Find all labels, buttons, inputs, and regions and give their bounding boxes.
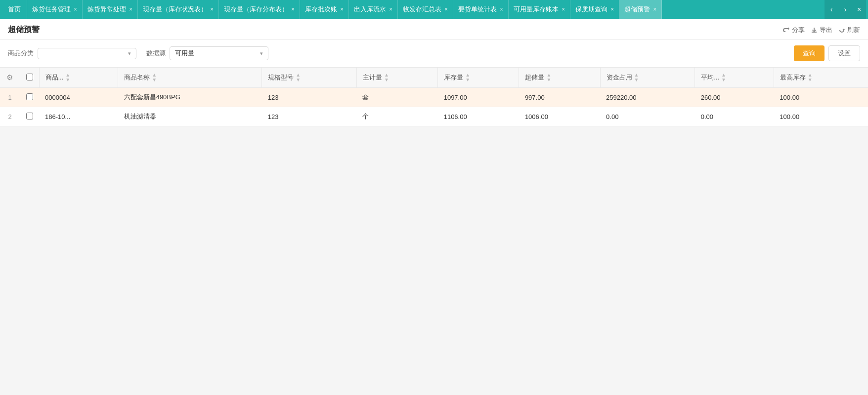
nav-tab-kucun-pici[interactable]: 库存批次账 × [300, 0, 349, 19]
th-overstock[interactable]: 超储量 ▲▼ [519, 68, 600, 88]
main-content: ⚙ 商品... ▲▼ 商品名称 ▲▼ [0, 68, 868, 126]
product-unit: 个 [356, 107, 437, 126]
th-unit[interactable]: 主计量 ▲▼ [356, 68, 437, 88]
th-product-name[interactable]: 商品名称 ▲▼ [118, 68, 262, 88]
sort-icon: ▲▼ [465, 73, 470, 82]
product-spec: 123 [262, 107, 357, 126]
category-chevron-down-icon: ▾ [128, 50, 131, 57]
th-capital[interactable]: 资金占用 ▲▼ [600, 68, 695, 88]
product-unit: 套 [356, 88, 437, 107]
table-header-row: ⚙ 商品... ▲▼ 商品名称 ▲▼ [0, 68, 868, 88]
sort-icon: ▲▼ [65, 73, 70, 82]
datasource-select[interactable]: 可用量 ▾ [170, 46, 268, 60]
avg-value: 0.00 [695, 107, 774, 126]
overstock-qty: 1006.00 [519, 107, 600, 126]
max-stock: 100.00 [774, 107, 868, 126]
nav-tab-lianghuo-renwu[interactable]: 炼货任务管理 × [27, 0, 83, 19]
row-checkbox-cell[interactable] [20, 107, 39, 126]
nav-tab-xiancunliang-fenbiao[interactable]: 现存量（库存分布表） × [219, 0, 300, 19]
query-button[interactable]: 查询 [794, 45, 825, 61]
close-tab-icon[interactable]: × [653, 6, 656, 13]
th-avg[interactable]: 平均... ▲▼ [695, 68, 774, 88]
product-name: 六配套新昌490BPG [118, 88, 262, 107]
row-checkbox[interactable] [26, 93, 33, 100]
top-navigation: 首页 炼货任务管理 × 炼货异常处理 × 现存量（库存状况表） × 现存量（库存… [0, 0, 868, 19]
sort-icon: ▲▼ [152, 73, 157, 82]
nav-arrows: ‹ › × [825, 0, 866, 19]
close-tab-icon[interactable]: × [340, 6, 344, 13]
header-actions: 分享 导出 刷新 [783, 26, 860, 35]
data-table: ⚙ 商品... ▲▼ 商品名称 ▲▼ [0, 68, 868, 126]
datasource-select-value: 可用量 [175, 49, 194, 58]
sort-icon: ▲▼ [721, 73, 726, 82]
nav-prev-button[interactable]: ‹ [825, 0, 838, 19]
datasource-label: 数据源 [146, 49, 166, 58]
product-spec: 123 [262, 88, 357, 107]
table-body: 1 0000004 六配套新昌490BPG 123 套 1097.00 997.… [0, 88, 868, 126]
nav-home[interactable]: 首页 [2, 0, 27, 19]
select-all-checkbox[interactable] [26, 74, 33, 80]
th-product-code[interactable]: 商品... ▲▼ [39, 68, 118, 88]
th-stock[interactable]: 库存量 ▲▼ [438, 68, 519, 88]
nav-tab-xiancunliang-kuangkuang[interactable]: 现存量（库存状况表） × [138, 0, 219, 19]
gear-icon[interactable]: ⚙ [6, 73, 13, 81]
export-button[interactable]: 导出 [811, 26, 832, 35]
product-code: 186-10... [39, 107, 118, 126]
close-tab-icon[interactable]: × [444, 6, 448, 13]
close-tab-icon[interactable]: × [74, 6, 77, 13]
max-stock: 100.00 [774, 88, 868, 107]
row-checkbox-cell[interactable] [20, 88, 39, 107]
stock-qty: 1106.00 [438, 107, 519, 126]
category-label: 商品分类 [8, 49, 34, 58]
nav-next-button[interactable]: › [838, 0, 852, 19]
share-icon [783, 27, 790, 34]
sort-icon: ▲▼ [808, 73, 813, 82]
close-tab-icon[interactable]: × [562, 6, 565, 13]
refresh-icon [838, 27, 845, 34]
nav-tab-shoufacun-huizong[interactable]: 收发存汇总表 × [398, 0, 453, 19]
category-select[interactable]: ▾ [38, 48, 136, 59]
nav-close-button[interactable]: × [852, 0, 866, 19]
share-button[interactable]: 分享 [783, 26, 805, 35]
close-tab-icon[interactable]: × [500, 6, 503, 13]
filter-area: 商品分类 ▾ 数据源 可用量 ▾ 查询 设置 [0, 40, 868, 68]
nav-tab-yaohuo-tongji[interactable]: 要货单统计表 × [453, 0, 509, 19]
page-header: 超储预警 分享 导出 刷新 [0, 19, 868, 40]
nav-tab-baozhi-chaxun[interactable]: 保质期查询 × [570, 0, 619, 19]
close-tab-icon[interactable]: × [210, 6, 214, 13]
close-tab-icon[interactable]: × [389, 6, 392, 13]
page-title: 超储预警 [8, 25, 40, 35]
datasource-filter-group: 数据源 可用量 ▾ [146, 46, 268, 60]
row-index: 2 [0, 107, 20, 126]
sort-icon: ▲▼ [296, 73, 301, 82]
product-code: 0000004 [39, 88, 118, 107]
close-tab-icon[interactable]: × [291, 6, 295, 13]
row-index: 1 [0, 88, 20, 107]
settings-button[interactable]: 设置 [828, 45, 860, 61]
sort-icon: ▲▼ [384, 73, 389, 82]
avg-value: 260.00 [695, 88, 774, 107]
th-checkbox[interactable] [20, 68, 39, 88]
table-container: ⚙ 商品... ▲▼ 商品名称 ▲▼ [0, 68, 868, 126]
th-settings[interactable]: ⚙ [0, 68, 20, 88]
nav-tab-chaochuyujing[interactable]: 超储预警 × [619, 0, 662, 19]
th-spec[interactable]: 规格型号 ▲▼ [262, 68, 357, 88]
close-tab-icon[interactable]: × [610, 6, 614, 13]
nav-tab-lianghuo-yichang[interactable]: 炼货异常处理 × [83, 0, 138, 19]
filter-buttons: 查询 设置 [794, 45, 860, 61]
row-checkbox[interactable] [26, 113, 33, 119]
nav-tab-churku-liushui[interactable]: 出入库流水 × [349, 0, 398, 19]
sort-icon: ▲▼ [546, 73, 551, 82]
capital-amount: 259220.00 [600, 88, 695, 107]
sort-icon: ▲▼ [634, 73, 639, 82]
nav-tab-keyongliang[interactable]: 可用量库存账本 × [509, 0, 570, 19]
table-row: 1 0000004 六配套新昌490BPG 123 套 1097.00 997.… [0, 88, 868, 107]
export-icon [811, 27, 818, 34]
stock-qty: 1097.00 [438, 88, 519, 107]
overstock-qty: 997.00 [519, 88, 600, 107]
category-filter-group: 商品分类 ▾ [8, 48, 136, 59]
close-tab-icon[interactable]: × [129, 6, 132, 13]
refresh-button[interactable]: 刷新 [838, 26, 860, 35]
product-name: 机油滤清器 [118, 107, 262, 126]
th-max-stock[interactable]: 最高库存 ▲▼ [774, 68, 868, 88]
